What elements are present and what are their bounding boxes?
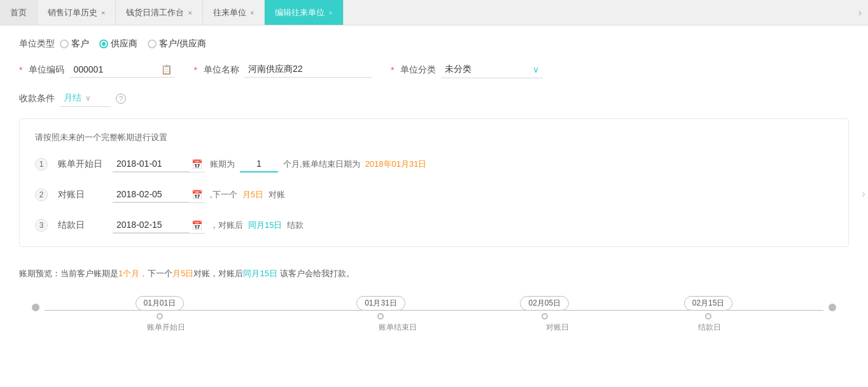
timeline-start-dot — [32, 304, 39, 311]
timeline-label-2: 账单结束日 — [379, 322, 417, 333]
step-3-calendar-icon[interactable]: 📅 — [189, 220, 205, 230]
timeline-node-2: 01月31日 — [356, 296, 405, 320]
preview-section: 账期预览：当前客户账期是1个月，下一个月5日对账，对账后同月15日 该客户会给我… — [19, 257, 849, 333]
tab-partners-close[interactable]: × — [250, 9, 254, 17]
radio-both-label: 客户/供应商 — [159, 38, 206, 50]
step-1-period-input[interactable] — [240, 156, 278, 172]
step-2-calendar-icon[interactable]: 📅 — [189, 190, 205, 200]
timeline-node-1-badge: 01月01日 — [136, 296, 185, 311]
step-2-suffix-post: 对账 — [269, 189, 285, 201]
tab-edit-partner-label: 编辑往来单位 — [275, 7, 325, 18]
unit-code-input-wrap: 📋 — [69, 62, 174, 78]
unit-code-group: * 单位编码 📋 — [19, 62, 174, 78]
timeline-node-3-badge: 02月05日 — [520, 296, 569, 311]
page-scroll-right-arrow[interactable]: › — [859, 181, 868, 207]
unit-category-arrow: ∨ — [533, 64, 539, 74]
step-1-row: 1 账单开始日 📅 账期为 个月,账单结束日期为 2018年01月31日 — [35, 156, 833, 172]
unit-info-row: * 单位编码 📋 * 单位名称 * 单位分类 未分类 ∨ — [19, 61, 849, 78]
step-3-highlight: 同月15日 — [248, 220, 282, 231]
payment-terms-group: 收款条件 月结 ∨ ? — [19, 90, 126, 107]
timeline-node-2-badge: 01月31日 — [356, 296, 405, 311]
tab-home-label: 首页 — [10, 7, 27, 18]
payment-terms-value: 月结 — [64, 92, 81, 104]
step-3-number: 3 — [35, 219, 48, 232]
step-1-label: 账单开始日 — [58, 158, 102, 170]
timeline-label-3: 对账日 — [546, 322, 569, 333]
step-2-highlight: 月5日 — [242, 189, 263, 201]
timeline-node-1-dot — [157, 313, 163, 320]
timeline-node-4-badge: 02月15日 — [684, 296, 733, 311]
tab-sales-history-label: 销售订单历史 — [48, 7, 97, 18]
unit-name-input[interactable] — [244, 62, 372, 78]
step-2-suffix-pre: ,下一个 — [210, 189, 237, 201]
tab-edit-partner-close[interactable]: × — [328, 9, 332, 17]
tab-sales-history[interactable]: 销售订单历史 × — [38, 0, 116, 25]
radio-group: 客户 供应商 客户/供应商 — [60, 38, 206, 50]
preview-label: 账期预览：当前客户账期是 — [19, 269, 118, 278]
step-1-date-input-wrap: 📅 — [113, 156, 205, 172]
radio-supplier[interactable]: 供应商 — [99, 38, 137, 50]
unit-type-group: 单位类型 客户 供应商 客户/供应商 — [19, 38, 206, 50]
tab-cash-desk-close[interactable]: × — [188, 9, 192, 17]
tab-edit-partner[interactable]: 编辑往来单位 × — [265, 0, 343, 25]
step-1-date-input[interactable] — [113, 156, 189, 172]
tab-partners[interactable]: 往来单位 × — [203, 0, 265, 25]
preview-text: 账期预览：当前客户账期是1个月，下一个月5日对账，对账后同月15日 该客户会给我… — [19, 267, 849, 281]
timeline-labels-row: 账单开始日 账单结束日 对账日 结款日 — [32, 322, 836, 333]
radio-both[interactable]: 客户/供应商 — [148, 38, 206, 50]
timeline-end-dot — [829, 304, 836, 311]
unit-category-value: 未分类 — [445, 64, 528, 75]
tab-home[interactable]: 首页 — [0, 0, 38, 25]
unit-type-label: 单位类型 — [19, 38, 55, 50]
payment-terms-label: 收款条件 — [19, 93, 55, 104]
step-3-date-input[interactable] — [113, 217, 189, 233]
timeline-node-1: 01月01日 — [136, 296, 185, 320]
step-3-suffix-pre: ，对账后 — [210, 220, 243, 231]
payment-terms-dropdown[interactable]: 月结 ∨ — [60, 90, 111, 107]
step-2-label: 对账日 — [58, 189, 102, 201]
unit-name-group: * 单位名称 — [193, 62, 371, 78]
settings-panel: 请按照未来的一个完整帐期进行设置 1 账单开始日 📅 账期为 个月,账单结束日期… — [19, 118, 849, 247]
timeline-node-4-dot — [705, 313, 711, 320]
unit-category-select[interactable]: 未分类 ∨ — [441, 61, 543, 78]
radio-customer-label: 客户 — [71, 38, 89, 50]
timeline-label-1: 账单开始日 — [147, 322, 185, 333]
step-3-label: 结款日 — [58, 220, 102, 231]
step-2-date-input[interactable] — [113, 186, 189, 202]
timeline-label-1-text: 账单开始日 — [147, 322, 185, 333]
timeline-nodes-row: 01月01日 01月31日 02月05日 02 — [32, 296, 836, 320]
unit-code-input[interactable] — [69, 62, 158, 77]
step-1-number: 1 — [35, 158, 48, 171]
step-3-date-input-wrap: 📅 — [113, 217, 205, 234]
step-3-row: 3 结款日 📅 ，对账后 同月15日 结款 — [35, 217, 833, 234]
payment-terms-row: 收款条件 月结 ∨ ? — [19, 90, 849, 107]
tab-scroll-right[interactable]: › — [852, 7, 868, 18]
unit-category-star: * — [391, 65, 394, 75]
tab-bar: 首页 销售订单历史 × 钱货日清工作台 × 往来单位 × 编辑往来单位 × › — [0, 0, 868, 25]
tab-cash-desk[interactable]: 钱货日清工作台 × — [116, 0, 202, 25]
timeline-node-2-dot — [377, 313, 384, 320]
step-1-period-unit: 个月,账单结束日期为 — [283, 158, 360, 170]
preview-highlight3: 同月15日 — [243, 269, 277, 278]
timeline-label-2-text: 账单结束日 — [379, 322, 417, 333]
preview-highlight2: 月5日 — [172, 269, 193, 278]
step-2-row: 2 对账日 📅 ,下一个 月5日 对账 — [35, 186, 833, 203]
unit-type-row: 单位类型 客户 供应商 客户/供应商 — [19, 38, 849, 50]
payment-terms-help-icon[interactable]: ? — [116, 94, 126, 104]
tab-partners-label: 往来单位 — [213, 7, 246, 18]
unit-name-star: * — [193, 65, 197, 75]
radio-customer[interactable]: 客户 — [60, 38, 89, 50]
preview-text-mid2: 对账，对账后 — [193, 269, 243, 278]
step-2-date-input-wrap: 📅 — [113, 186, 205, 203]
timeline-label-3-text: 对账日 — [546, 322, 569, 333]
step-1-calendar-icon[interactable]: 📅 — [189, 159, 205, 169]
step-2-number: 2 — [35, 188, 48, 201]
tab-cash-desk-label: 钱货日清工作台 — [126, 7, 184, 18]
unit-code-label: 单位编码 — [29, 64, 64, 76]
tab-sales-history-close[interactable]: × — [101, 9, 105, 17]
timeline-label-4-text: 结款日 — [698, 322, 721, 333]
unit-code-icon[interactable]: 📋 — [158, 64, 174, 74]
preview-text-end: 该客户会给我打款。 — [277, 269, 354, 278]
step-1-period-label: 账期为 — [210, 158, 235, 170]
timeline-label-4: 结款日 — [698, 322, 721, 333]
